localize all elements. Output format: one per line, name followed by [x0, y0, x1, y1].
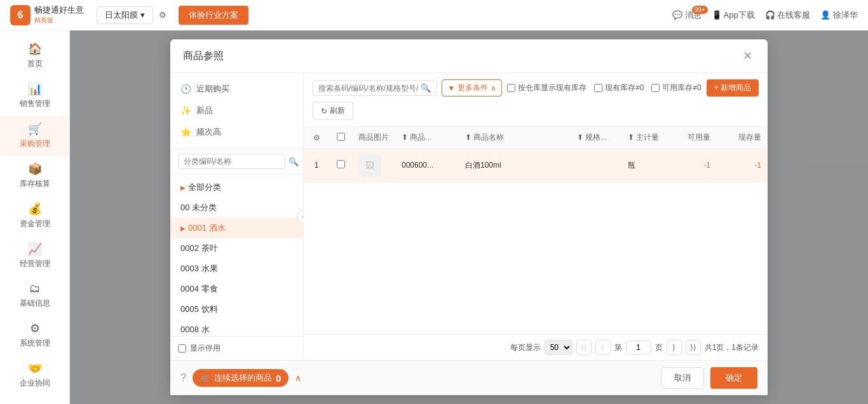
settings-icon[interactable]: ⚙	[153, 6, 172, 25]
product-search-input[interactable]	[318, 84, 418, 93]
add-product-btn[interactable]: + 新增商品	[707, 79, 759, 97]
th-code[interactable]: ⬆ 商品...	[395, 127, 459, 149]
inventory-icon: 📦	[28, 162, 42, 176]
confirm-btn[interactable]: 确定	[710, 367, 757, 389]
purchase-icon: 🛒	[28, 122, 42, 136]
message-badge: 99+	[692, 6, 708, 14]
filter-up-icon: ∧	[491, 84, 496, 93]
filter-btn[interactable]: ▼ 更多条件 ∧	[442, 79, 502, 97]
tab-frequent[interactable]: ⭐ 频次高	[170, 121, 303, 143]
category-all[interactable]: ▶ 全部分类	[170, 177, 303, 198]
sidebar-label-basic: 基础信息	[20, 298, 50, 309]
page-prev-btn[interactable]: ⟨	[595, 340, 611, 355]
system-icon: ⚙	[30, 321, 40, 335]
category-list: ▶ 全部分类 00 未分类 ▶ 0001 酒水 0002 茶	[170, 175, 303, 336]
total-info: 共1页，1条记录	[705, 342, 759, 353]
cart-btn[interactable]: 🛒 连续选择的商品 0	[193, 369, 288, 387]
row-avail: -1	[666, 149, 717, 182]
sidebar-item-sales[interactable]: 📊 销售管理	[0, 76, 69, 116]
store-name: 日太阳膜	[105, 10, 138, 21]
app-download[interactable]: 📱 App下载	[712, 10, 755, 21]
page-number-input[interactable]	[626, 340, 651, 354]
tab-new[interactable]: ✨ 新品	[170, 100, 303, 121]
category-00[interactable]: 00 未分类	[170, 198, 303, 218]
clock-icon: 🕐	[180, 84, 191, 94]
product-table-container: ⚙ 商品图片 ⬆ 商品... ⬆ 商品名称	[304, 127, 768, 334]
table-row[interactable]: 1 🖼 000600... 白酒100ml 瓶	[304, 149, 768, 182]
avail-ne0-checkbox[interactable]	[651, 84, 660, 92]
warehouse-filter[interactable]: 按仓库显示现有库存	[507, 83, 587, 93]
sidebar-label-home: 首页	[27, 58, 43, 69]
sidebar-item-guide[interactable]: 📖 新手引导	[0, 395, 69, 404]
th-unit[interactable]: ⬆ 主计量	[621, 127, 666, 149]
exp-btn[interactable]: 体验行业方案	[179, 6, 248, 25]
stock-ne0-filter[interactable]: 现有库存≠0	[594, 83, 644, 93]
th-img: 商品图片	[352, 127, 395, 149]
sidebar-item-biz[interactable]: 📈 经营管理	[0, 236, 69, 276]
cancel-btn[interactable]: 取消	[661, 367, 704, 389]
category-0008[interactable]: 0008 水	[170, 320, 303, 336]
sidebar-label-collab: 企业协同	[20, 378, 50, 389]
page-next-btn[interactable]: ⟩	[667, 340, 682, 355]
th-name[interactable]: ⬆ 商品名称	[459, 127, 571, 149]
cart-label: 连续选择的商品	[214, 372, 272, 384]
message-nav[interactable]: 💬 99+ 消息	[672, 10, 702, 21]
table-header: ⚙ 商品图片 ⬆ 商品... ⬆ 商品名称	[304, 127, 768, 149]
collapse-up-icon[interactable]: ∧	[295, 373, 301, 383]
modal-title: 商品参照	[183, 50, 224, 63]
sidebar-item-purchase[interactable]: 🛒 采购管理	[0, 116, 69, 156]
show-disabled-checkbox[interactable]	[178, 344, 186, 353]
sidebar-item-basic[interactable]: 🗂 基础信息	[0, 276, 69, 315]
row-checkbox[interactable]	[337, 160, 345, 168]
sidebar-label-finance: 资金管理	[20, 219, 50, 229]
category-search-input[interactable]	[178, 154, 285, 169]
modal-close-button[interactable]: ✕	[740, 48, 755, 64]
page-last-btn[interactable]: ⟩⟩	[686, 340, 701, 355]
warehouse-checkbox[interactable]	[507, 84, 515, 92]
tab-recent[interactable]: 🕐 近期购买	[170, 78, 303, 100]
th-check[interactable]	[329, 127, 352, 149]
finance-icon: 💰	[28, 202, 42, 216]
online-service[interactable]: 🎧 在线客服	[765, 10, 811, 21]
modal-right-panel: 🔍 ▼ 更多条件 ∧ 按仓库显示现有库存	[304, 73, 768, 360]
user-avatar[interactable]: 👤 徐泽华	[820, 10, 858, 21]
sidebar-item-home[interactable]: 🏠 首页	[0, 36, 69, 76]
modal-left-panel: 🕐 近期购买 ✨ 新品 ⭐ 频次高	[170, 73, 304, 360]
sidebar-item-inventory[interactable]: 📦 库存核算	[0, 156, 69, 196]
th-settings[interactable]: ⚙	[304, 127, 329, 149]
product-image: 🖼	[358, 154, 381, 177]
category-search-icon[interactable]: 🔍	[288, 157, 299, 166]
modal-toolbar: 🔍 ▼ 更多条件 ∧ 按仓库显示现有库存	[304, 73, 768, 127]
category-0002[interactable]: 0002 茶叶	[170, 238, 303, 259]
sidebar-item-collab[interactable]: 🤝 企业协同	[0, 355, 69, 395]
sidebar-label-purchase: 采购管理	[20, 138, 50, 149]
select-all-checkbox[interactable]	[337, 133, 345, 141]
per-page-select[interactable]: 50	[545, 340, 573, 355]
show-disabled-label[interactable]: 显示停用	[178, 343, 295, 354]
category-search: 🔍	[170, 149, 303, 175]
help-icon[interactable]: ?	[180, 372, 186, 384]
category-0003[interactable]: 0003 水果	[170, 259, 303, 279]
stock-ne0-checkbox[interactable]	[594, 84, 602, 92]
th-avail: 可用量	[666, 127, 717, 149]
th-spec[interactable]: ⬆ 规格...	[571, 127, 621, 149]
refresh-btn[interactable]: ↻ 刷新	[313, 102, 353, 120]
top-nav: 6 畅捷通好生意 精英版 日太阳膜 ▾ ⚙ 体验行业方案 💬 99+ 消息 📱 …	[0, 0, 868, 30]
page-first-btn[interactable]: ⟨⟨	[576, 340, 592, 355]
category-0004[interactable]: 0004 零食	[170, 279, 303, 299]
refresh-icon: ↻	[321, 107, 327, 116]
sidebar-item-system[interactable]: ⚙ 系统管理	[0, 315, 69, 355]
sidebar-item-finance[interactable]: 💰 资金管理	[0, 196, 69, 236]
filter-icon: ▼	[447, 84, 455, 93]
store-selector[interactable]: 日太阳膜 ▾	[97, 6, 153, 24]
headphone-icon: 🎧	[765, 10, 775, 20]
logo-name: 畅捷通好生意	[34, 5, 84, 16]
category-0005[interactable]: 0005 饮料	[170, 299, 303, 320]
row-check[interactable]	[329, 149, 352, 182]
avail-ne0-filter[interactable]: 可用库存≠0	[651, 83, 701, 93]
search-icon[interactable]: 🔍	[421, 83, 431, 93]
logo-icon: 6	[10, 5, 31, 25]
modal-footer: ? 🛒 连续选择的商品 0 ∧ 取消 确定	[170, 360, 768, 395]
category-0001[interactable]: ▶ 0001 酒水	[170, 218, 303, 238]
modal-body: 🕐 近期购买 ✨ 新品 ⭐ 频次高	[170, 73, 768, 360]
